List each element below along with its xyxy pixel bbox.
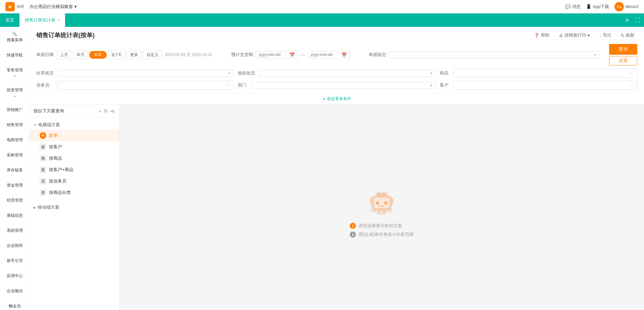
- tab-home[interactable]: 首页: [0, 13, 19, 27]
- product-label: 商品: [440, 70, 450, 76]
- window-close-button[interactable]: ✕: [624, 16, 631, 25]
- sidebar-item-newbie[interactable]: 新手引导: [0, 253, 29, 268]
- sidebar-item-ecommerce[interactable]: 电商管理: [0, 133, 29, 148]
- marketing-label: 营销推广: [7, 107, 23, 113]
- sidebar-item-retail[interactable]: 零售管理 ▾: [0, 63, 29, 83]
- sidebar-item-finance[interactable]: 资金管理: [0, 178, 29, 193]
- delivery-select[interactable]: ▾: [58, 70, 234, 77]
- pc-scheme-group-header[interactable]: ▼ 电脑端方案: [30, 120, 119, 130]
- salesman-dots-icon[interactable]: ···: [226, 83, 230, 88]
- sidebar-item-system[interactable]: 系统管理: [0, 223, 29, 238]
- scheme-item-by-category[interactable]: 类 按商品分类: [30, 187, 119, 198]
- expected-date-end[interactable]: 📅: [308, 51, 350, 59]
- tab-close-button[interactable]: ×: [57, 18, 60, 22]
- department-arrow-icon: ▾: [430, 84, 432, 87]
- filter-row-3: 业务员 ··· 部门 ▾ 客户: [36, 81, 637, 90]
- expected-date-start-input[interactable]: [259, 52, 288, 57]
- window-expand-button[interactable]: ⛶: [633, 16, 641, 24]
- scheme-item-by-cust-prod[interactable]: 客 按客户+商品: [30, 164, 119, 175]
- svg-text:标: 标: [8, 5, 12, 9]
- status-label: 单据状态: [369, 52, 386, 58]
- download-button[interactable]: 📱 App下载: [586, 4, 609, 10]
- date-shortcuts: 上月 本月 本年 近7天 更多 自定义: [56, 51, 162, 59]
- expected-date-label: 预计交货期: [231, 52, 253, 58]
- user-area[interactable]: Ea demo2: [614, 2, 639, 11]
- product-filter-group: 商品 ···: [440, 69, 637, 78]
- scheme-label-category: 按商品分类: [49, 190, 71, 196]
- sidebar-item-inventory[interactable]: 库存核算: [0, 163, 29, 178]
- sidebar-item-wholesale[interactable]: 批发管理 ▴: [0, 83, 29, 102]
- main-layout: 🔍 搜索菜单 快捷导航 零售管理 ▾ 批发管理 ▴ 营销推广 销售管理 电商管理…: [0, 27, 644, 310]
- date-btn-this-year[interactable]: 本年: [89, 51, 107, 59]
- sidebar-item-corp[interactable]: 企业协同: [0, 238, 29, 253]
- expected-date-end-input[interactable]: [311, 52, 340, 57]
- scheme-item-by-product[interactable]: 商 按商品: [30, 153, 119, 164]
- sidebar-item-vip[interactable]: 畅会员: [0, 299, 29, 310]
- page-title: 销售订单统计表(按单): [36, 31, 95, 39]
- tab-bar-actions: ✕ ⛶: [624, 16, 644, 25]
- delivery-label: 出库状态: [36, 70, 55, 76]
- customer-dots-icon[interactable]: ···: [630, 83, 634, 88]
- help-label: 帮助: [541, 32, 549, 38]
- date-btn-custom[interactable]: 自定义: [143, 51, 162, 59]
- status-select[interactable]: ▾: [389, 51, 600, 58]
- tab-bar: 首页 销售订单统计表 × ✕ ⛶: [0, 13, 644, 27]
- customer-label: 客户: [440, 82, 450, 88]
- scheme-item-by-order[interactable]: 单 按单: [30, 130, 119, 141]
- sidebar-item-marketing[interactable]: 营销推广: [0, 102, 29, 117]
- add-scheme-button[interactable]: +: [99, 108, 102, 114]
- refresh-label: 刷新: [626, 32, 635, 38]
- date-btn-this-month[interactable]: 本月: [73, 51, 88, 59]
- empty-hints: 1 请先选择要分析的方案 2 用[过滤]条件来缩小分析范围: [350, 223, 413, 238]
- appstore-label: 应用中心: [7, 273, 23, 279]
- date-separator: —: [301, 52, 305, 57]
- scheme-item-by-customer[interactable]: 客 按客户: [30, 141, 119, 153]
- date-btn-last-month[interactable]: 上月: [56, 51, 72, 59]
- pc-scheme-group: ▼ 电脑端方案 单 按单 客 按客户 商 按商品: [30, 118, 119, 200]
- date-btn-more[interactable]: 更多: [126, 51, 142, 59]
- sidebar: 🔍 搜索菜单 快捷导航 零售管理 ▾ 批发管理 ▴ 营销推广 销售管理 电商管理…: [0, 27, 30, 310]
- sidebar-item-operations[interactable]: 经营管理: [0, 193, 29, 208]
- customer-input[interactable]: ···: [453, 81, 637, 90]
- print-button[interactable]: 🖨 按模板打印 ▾: [556, 31, 593, 40]
- mobile-scheme-group-header[interactable]: ▶ 移动端方案: [30, 202, 119, 212]
- finance-label: 资金管理: [7, 183, 23, 188]
- export-button[interactable]: ↑ 导出: [597, 31, 614, 40]
- collapse-button[interactable]: ∧ 收起更多条件: [36, 93, 637, 104]
- pc-group-label: 电脑端方案: [38, 122, 60, 128]
- settings-button[interactable]: 设置: [609, 56, 637, 65]
- sidebar-item-appstore[interactable]: 应用中心: [0, 268, 29, 283]
- sidebar-item-purchase[interactable]: 采购管理: [0, 148, 29, 163]
- sidebar-search[interactable]: 🔍 搜索菜单: [0, 27, 29, 48]
- sidebar-item-basic[interactable]: 基础信息: [0, 208, 29, 223]
- product-input[interactable]: ···: [453, 69, 637, 78]
- scheme-item-by-salesman[interactable]: 员 按业务员: [30, 175, 119, 187]
- query-button[interactable]: 查询: [609, 44, 637, 55]
- message-button[interactable]: 💬 消息: [565, 4, 581, 10]
- mobile-group-label: 移动端方案: [38, 204, 59, 210]
- collapse-panel-button[interactable]: ≪: [110, 108, 115, 114]
- scheme-label-order: 按单: [49, 133, 58, 139]
- edit-scheme-button[interactable]: ⚙: [104, 108, 108, 114]
- help-button[interactable]: ❓ 帮助: [531, 31, 552, 40]
- department-select[interactable]: ▾: [251, 82, 435, 89]
- date-btn-7days[interactable]: 近7天: [108, 51, 125, 59]
- export-label: 导出: [603, 32, 611, 38]
- sidebar-item-wechat[interactable]: 企业微信: [0, 283, 29, 299]
- app-selector[interactable]: 办公用品行业模拟账套 ▾: [27, 2, 79, 11]
- sidebar-item-sales[interactable]: 销售管理: [0, 117, 29, 133]
- expected-date-start[interactable]: 📅: [256, 51, 298, 59]
- print-icon: 🖨: [559, 33, 563, 38]
- payment-select[interactable]: ▾: [259, 70, 435, 77]
- date-filter-group: 单据日期 上月 本月 本年 近7天 更多 自定义 2023-01-01 至 20…: [36, 51, 212, 59]
- refresh-button[interactable]: ↻ 刷新: [618, 31, 637, 40]
- tab-statistics[interactable]: 销售订单统计表 ×: [19, 13, 65, 27]
- print-arrow: ▾: [588, 33, 590, 38]
- top-bar: 标 标橙 办公用品行业模拟账套 ▾ 💬 消息 📱 App下载 Ea demo2: [0, 0, 644, 13]
- product-dots-icon[interactable]: ···: [630, 70, 634, 76]
- status-filter-group: 单据状态 ▾: [369, 51, 600, 58]
- sidebar-quick-nav[interactable]: 快捷导航: [0, 48, 29, 63]
- salesman-input[interactable]: ···: [58, 81, 234, 90]
- wholesale-label: 批发管理: [7, 87, 23, 93]
- app-title-arrow: ▾: [74, 4, 77, 9]
